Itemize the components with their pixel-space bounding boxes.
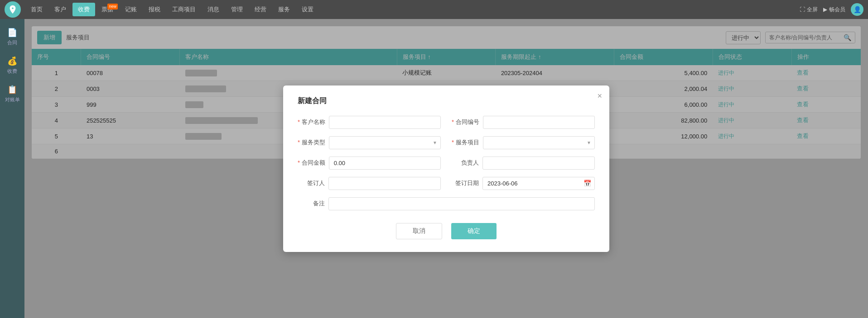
signer-label: 签订人 xyxy=(298,179,325,187)
sidebar-item-reconcile-label: 对账单 xyxy=(5,96,20,103)
service-type-select[interactable] xyxy=(329,136,441,149)
contract-amount-label: 合同金额 xyxy=(298,159,325,167)
form-row-remark: 备注 xyxy=(298,197,595,210)
sidebar-item-contract-label: 合同 xyxy=(7,39,17,46)
sidebar-item-contract[interactable]: 📄 合同 xyxy=(1,24,24,50)
nav-item-invoice[interactable]: 收费 xyxy=(72,3,95,16)
modal-footer: 取消 确定 xyxy=(298,223,595,239)
nav-item-business[interactable]: 工商项目 xyxy=(167,3,201,16)
modal-overlay[interactable]: 新建合同 × 客户名称 合同编号 服务类型 xyxy=(24,19,868,318)
form-row-contract-no: 合同编号 xyxy=(452,116,595,129)
top-nav: 首页 客户 收费 票据 new 记账 报税 工商项目 消息 管理 经营 服务 设… xyxy=(0,0,868,19)
modal-title: 新建合同 xyxy=(298,96,595,106)
service-item-select-wrapper xyxy=(483,136,595,149)
sidebar-item-reconcile[interactable]: 📋 对账单 xyxy=(1,81,24,107)
service-type-select-wrapper xyxy=(329,136,441,149)
nav-item-ticket[interactable]: 票据 new xyxy=(96,3,119,16)
contract-no-input[interactable] xyxy=(483,116,595,129)
reconcile-icon: 📋 xyxy=(7,84,18,95)
form-row-customer: 客户名称 xyxy=(298,116,441,129)
sign-date-input[interactable] xyxy=(482,177,595,190)
contract-amount-input[interactable] xyxy=(329,157,441,170)
nav-item-operation[interactable]: 经营 xyxy=(249,3,272,16)
sidebar-item-billing[interactable]: 💰 收费 xyxy=(1,52,24,78)
nav-item-settings[interactable]: 设置 xyxy=(296,3,319,16)
customer-name-label: 客户名称 xyxy=(298,118,325,126)
form-row-service-type: 服务类型 xyxy=(298,136,441,149)
customer-name-input[interactable] xyxy=(329,116,441,129)
contract-no-label: 合同编号 xyxy=(452,118,479,126)
service-item-select[interactable] xyxy=(483,136,595,149)
form-row-person-in-charge: 负责人 xyxy=(452,157,595,170)
cancel-button[interactable]: 取消 xyxy=(396,223,442,239)
nav-item-message[interactable]: 消息 xyxy=(202,3,225,16)
nav-item-service[interactable]: 服务 xyxy=(273,3,295,16)
form-grid: 客户名称 合同编号 服务类型 xyxy=(298,116,595,210)
nav-items: 首页 客户 收费 票据 new 记账 报税 工商项目 消息 管理 经营 服务 设… xyxy=(25,3,800,16)
nav-item-home[interactable]: 首页 xyxy=(25,3,48,16)
main-layout: 📄 合同 💰 收费 📋 对账单 新增 服务项目 进行中 已完成 已终止 xyxy=(0,19,868,318)
modal-dialog: 新建合同 × 客户名称 合同编号 服务类型 xyxy=(283,85,609,252)
person-in-charge-input[interactable] xyxy=(482,157,595,170)
nav-item-management[interactable]: 管理 xyxy=(226,3,248,16)
form-row-service-item: 服务项目 xyxy=(452,136,595,149)
content-area: 新增 服务项目 进行中 已完成 已终止 🔍 序号 合同编号 xyxy=(24,19,868,318)
remark-input[interactable] xyxy=(328,197,595,210)
new-badge: new xyxy=(107,4,118,9)
person-in-charge-label: 负责人 xyxy=(452,159,479,167)
form-row-signer: 签订人 xyxy=(298,177,441,190)
nav-item-tax[interactable]: 报税 xyxy=(143,3,166,16)
sidebar: 📄 合同 💰 收费 📋 对账单 xyxy=(0,19,24,318)
contract-icon: 📄 xyxy=(7,27,18,38)
form-row-sign-date: 签订日期 📅 xyxy=(452,177,595,190)
sign-date-wrapper: 📅 xyxy=(482,177,595,190)
nav-item-bookkeeping[interactable]: 记账 xyxy=(120,3,142,16)
modal-close-button[interactable]: × xyxy=(597,92,602,100)
app-logo[interactable] xyxy=(5,1,21,18)
nav-item-customer[interactable]: 客户 xyxy=(49,3,72,16)
sidebar-item-billing-label: 收费 xyxy=(7,68,17,75)
sign-date-label: 签订日期 xyxy=(452,179,479,187)
service-type-label: 服务类型 xyxy=(298,138,325,147)
form-row-amount: 合同金额 xyxy=(298,157,441,170)
billing-icon: 💰 xyxy=(7,56,18,66)
avatar[interactable]: 👤 xyxy=(851,3,863,16)
remark-label: 备注 xyxy=(298,199,325,208)
signer-input[interactable] xyxy=(328,177,441,190)
service-item-label: 服务项目 xyxy=(452,138,479,147)
top-nav-right: ⛶ 全屏 ▶ 畅会员 👤 xyxy=(800,3,863,16)
member-button[interactable]: ▶ 畅会员 xyxy=(823,6,845,14)
fullscreen-button[interactable]: ⛶ 全屏 xyxy=(800,6,818,14)
confirm-button[interactable]: 确定 xyxy=(451,223,497,239)
